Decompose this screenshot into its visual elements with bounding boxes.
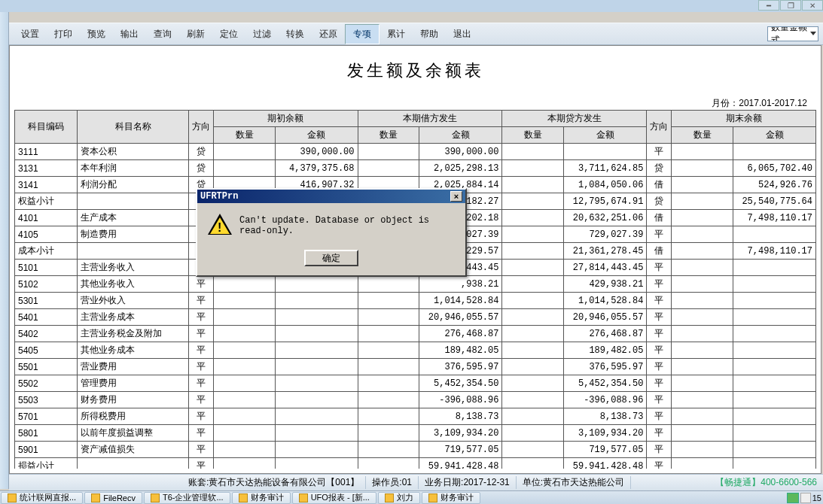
menu-item-13[interactable]: 退出 [446,25,479,44]
taskbar-button-5[interactable]: 刘力 [378,492,420,504]
status-operator: 操作员:01 [366,476,419,489]
col-debit-qty[interactable]: 数量 [358,127,419,144]
table-row[interactable]: 5502管理费用平5,452,354.505,452,354.50平 [15,375,816,392]
col-close-qty[interactable]: 数量 [672,127,733,144]
taskbar-button-4[interactable]: UFO报表 - [新... [292,492,376,504]
table-row[interactable]: 5701所得税费用平8,138.738,138.73平 [15,408,816,425]
table-row[interactable]: 5405其他业务成本平189,482.05189,482.05平 [15,342,816,359]
taskbar-label: 财务审计 [251,492,284,503]
table-row[interactable]: 3111资本公积贷390,000.00390,000.00平 [15,144,816,160]
col-name[interactable]: 科目名称 [78,111,189,144]
dialog-title: UFRTPrn [200,191,238,202]
table-row[interactable]: 损益小计平59,941,428.4859,941,428.48平 [15,458,816,469]
display-mode-value: 数量金额式 [771,26,815,41]
taskbar-label: 财务审计 [440,492,474,503]
table-row[interactable]: 5401主营业务成本平20,946,055.5720,946,055.57平 [15,309,816,326]
col-open[interactable]: 期初余额 [214,111,358,127]
folder-icon [428,493,437,502]
folder-icon [299,493,308,502]
col-dir[interactable]: 方向 [189,111,214,144]
toolbar: 设置打印预览输出查询刷新定位过滤转换还原专项累计帮助退出 数量金额式 [9,23,823,45]
folder-icon [151,493,160,502]
report-title: 发生额及余额表 [10,46,821,82]
taskbar-button-2[interactable]: T6-企业管理软... [144,492,230,504]
col-credit-amt[interactable]: 金额 [564,127,647,144]
col-credit[interactable]: 本期贷方发生 [502,111,647,127]
col-close-amt[interactable]: 金额 [733,127,816,144]
table-row[interactable]: 3131本年利润贷4,379,375.682,025,298.133,711,6… [15,160,816,177]
clock: 15 [811,493,823,502]
table-row[interactable]: 5102其他业务收入平,938.21429,938.21平 [15,276,816,293]
menu-item-8[interactable]: 转换 [279,25,312,44]
col-code[interactable]: 科目编码 [15,111,78,144]
taskbar: 统计联网直报...FileRecvT6-企业管理软...财务审计UFO报表 - … [0,490,823,504]
table-row[interactable]: 5301营业外收入平1,014,528.841,014,528.84平 [15,293,816,309]
menu-item-1[interactable]: 打印 [47,25,80,44]
folder-icon [91,493,100,502]
minimize-icon[interactable]: ━ [758,0,779,11]
table-row[interactable]: 5801以前年度损益调整平3,109,934.203,109,934.20平 [15,425,816,442]
taskbar-label: UFO报表 - [新... [311,492,370,503]
col-debit-amt[interactable]: 金额 [419,127,502,144]
folder-icon [385,493,394,502]
taskbar-button-3[interactable]: 财务审计 [232,492,291,504]
col-debit[interactable]: 本期借方发生 [358,111,502,127]
table-row[interactable]: 5503财务费用平-396,088.96-396,088.96平 [15,392,816,408]
menu-item-2[interactable]: 预览 [80,25,113,44]
dialog-close-button[interactable]: × [450,191,462,202]
menu-item-12[interactable]: 帮助 [413,25,446,44]
display-mode-combo[interactable]: 数量金额式 [767,26,818,41]
menu-item-10[interactable]: 专项 [345,24,379,44]
balance-table: 科目编码 科目名称 方向 期初余额 本期借方发生 本期贷方发生 方向 期末余额 … [14,110,816,469]
docked-panel-strip[interactable] [0,12,9,489]
status-book: 账套:黄石市天达热能设备有限公司【001】 [182,476,366,489]
dialog-titlebar[interactable]: UFRTPrn × [197,190,465,203]
col-dir2[interactable]: 方向 [647,111,672,144]
table-row[interactable]: 5901资产减值损失平719,577.05719,577.05平 [15,442,816,458]
menu-item-7[interactable]: 过滤 [245,25,279,44]
col-credit-qty[interactable]: 数量 [502,127,564,144]
status-service: 【畅捷通】400-6600-566 [709,476,823,489]
warning-icon: ! [208,214,229,238]
taskbar-label: 刘力 [397,492,413,503]
menu-item-11[interactable]: 累计 [379,25,413,44]
folder-icon [8,493,17,502]
dialog-message: Can't update. Database or object is read… [239,215,458,236]
volume-icon[interactable] [800,493,811,503]
menu-item-4[interactable]: 查询 [146,25,179,44]
menu-item-3[interactable]: 输出 [113,25,146,44]
taskbar-button-0[interactable]: 统计联网直报... [1,492,83,504]
maximize-icon[interactable]: ❐ [780,0,801,11]
dialog-ok-button[interactable]: 确定 [304,250,358,266]
taskbar-label: FileRecv [103,493,136,502]
menu-item-9[interactable]: 还原 [312,25,345,44]
error-dialog: UFRTPrn × ! Can't update. Database or ob… [196,188,467,277]
tray-icon[interactable] [787,493,799,503]
menu-item-6[interactable]: 定位 [212,25,245,44]
table-row[interactable]: 5501营业费用平376,595.97376,595.97平 [15,359,816,375]
table-row[interactable]: 5402主营业务税金及附加平276,468.87276,468.87平 [15,326,816,342]
window-controls: ━ ❐ ✕ [0,0,823,12]
menu-item-5[interactable]: 刷新 [179,25,212,44]
status-bar: 账套:黄石市天达热能设备有限公司【001】 操作员:01 业务日期:2017-1… [9,474,823,490]
col-close[interactable]: 期末余额 [672,111,816,127]
status-date: 业务日期:2017-12-31 [419,476,517,489]
taskbar-label: 统计联网直报... [20,492,76,503]
status-unit: 单位:黄石市天达热能公司 [517,476,631,489]
taskbar-button-6[interactable]: 财务审计 [422,492,480,504]
col-open-amt[interactable]: 金额 [276,127,358,144]
folder-icon [239,493,248,502]
menu-item-0[interactable]: 设置 [14,25,47,44]
taskbar-label: T6-企业管理软... [163,492,224,503]
taskbar-button-1[interactable]: FileRecv [84,492,142,504]
close-icon[interactable]: ✕ [802,0,823,11]
col-open-qty[interactable]: 数量 [214,127,276,144]
